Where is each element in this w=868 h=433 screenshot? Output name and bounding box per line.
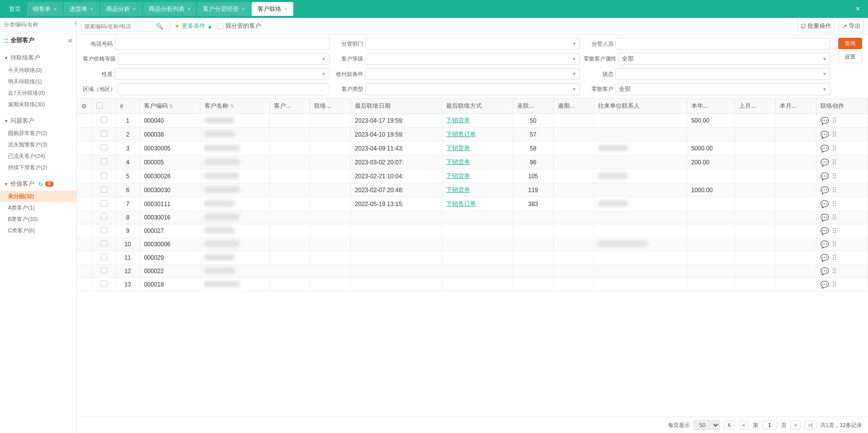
contact-method-link[interactable]: 下销货单 <box>446 144 470 151</box>
col-type[interactable]: 客户... <box>269 99 310 114</box>
more-action-icon[interactable]: ⠿ <box>832 240 837 248</box>
page-number-input[interactable] <box>762 421 777 430</box>
filter-region-dots[interactable]: ... <box>318 86 326 92</box>
contact-method-link[interactable]: 下销货单 <box>446 172 470 179</box>
more-conditions-button[interactable]: ▼ 更多条件 ▲ <box>174 22 213 30</box>
search-box-icon[interactable]: 🔍 <box>156 23 163 30</box>
chat-icon[interactable]: 💬 <box>820 227 829 235</box>
more-action-icon[interactable]: ⠿ <box>832 117 837 125</box>
row-checkbox-cell[interactable] <box>92 278 116 291</box>
gear-icon[interactable]: ⚙ <box>81 103 87 110</box>
prev-page-button[interactable]: < <box>738 421 748 430</box>
more-action-icon[interactable]: ⠿ <box>832 214 837 221</box>
tab-customer-contact[interactable]: 客户联络 × <box>252 2 293 16</box>
row-last-contact-method-cell[interactable] <box>442 265 513 278</box>
tab-product-analysis[interactable]: 商品分析 × <box>100 2 142 16</box>
chat-icon[interactable]: 💬 <box>820 200 829 208</box>
col-gear[interactable]: ⚙ <box>77 99 92 114</box>
chat-icon[interactable]: 💬 <box>820 172 829 180</box>
sidebar-item-churn-warning[interactable]: 流失预警客户(3) <box>0 139 76 150</box>
chat-icon[interactable]: 💬 <box>820 254 829 262</box>
filter-payment-select[interactable]: ▼ <box>365 68 580 80</box>
sidebar-item-today-pending[interactable]: 今天待联络(0) <box>0 65 76 76</box>
last-page-button[interactable]: >| <box>804 421 816 430</box>
col-last-contact-method[interactable]: 最后联络方式 <box>442 99 513 114</box>
home-tab[interactable]: 首页 <box>4 5 26 13</box>
chat-icon[interactable]: 💬 <box>820 158 829 166</box>
row-checkbox[interactable] <box>101 117 107 123</box>
row-last-contact-method-cell[interactable] <box>442 238 513 251</box>
chat-icon[interactable]: 💬 <box>820 214 829 221</box>
filter-nature-select[interactable]: ▼ <box>115 68 330 80</box>
filter-person-select[interactable]: ... <box>615 38 830 50</box>
col-code[interactable]: 客户编码 ⇅ <box>140 99 200 114</box>
col-last-contact-date[interactable]: 最后联络日期 <box>351 99 442 114</box>
col-company-contact[interactable]: 往来单位联系人 <box>594 99 687 114</box>
more-action-icon[interactable]: ⠿ <box>832 144 837 152</box>
chat-icon[interactable]: 💬 <box>820 131 829 139</box>
row-checkbox[interactable] <box>101 144 107 151</box>
chat-icon[interactable]: 💬 <box>820 281 829 289</box>
more-action-icon[interactable]: ⠿ <box>832 267 837 275</box>
row-checkbox-cell[interactable] <box>92 142 116 155</box>
row-last-contact-method-cell[interactable]: 下销货单 <box>442 142 513 155</box>
chat-icon[interactable]: 💬 <box>820 240 829 248</box>
row-checkbox-cell[interactable] <box>92 114 116 128</box>
sidebar-item-class-a[interactable]: A类客户(1) <box>0 202 76 214</box>
reset-button[interactable]: 设置 <box>838 51 862 63</box>
col-this-month[interactable]: 本月... <box>776 99 816 114</box>
row-checkbox-cell[interactable] <box>92 224 116 238</box>
sidebar-item-hoarding-abnormal[interactable]: 囤购异常客户(2) <box>0 128 76 139</box>
sidebar-item-tomorrow-pending[interactable]: 明天待联络(1) <box>0 76 76 87</box>
filter-price-level-select[interactable]: ▼ <box>118 53 330 65</box>
contact-method-link[interactable]: 下销货单 <box>446 158 470 165</box>
tab-purchase-order[interactable]: 进货单 × <box>64 2 99 16</box>
close-customer-segmentation-icon[interactable]: × <box>242 6 245 12</box>
filter-retail-attr-select[interactable]: 全部 ▼ <box>618 53 830 65</box>
filter-department-select[interactable]: ▼ <box>365 38 580 50</box>
row-checkbox-cell[interactable] <box>92 183 116 197</box>
col-checkbox[interactable] <box>92 99 116 114</box>
sidebar-item-class-b[interactable]: B类客户(33) <box>0 214 76 225</box>
contact-method-link[interactable]: 下销货单 <box>446 117 470 124</box>
export-button[interactable]: ↗ 导出 <box>839 20 864 32</box>
row-checkbox[interactable] <box>101 158 107 165</box>
row-checkbox[interactable] <box>101 214 107 220</box>
row-checkbox[interactable] <box>101 200 107 207</box>
more-action-icon[interactable]: ⠿ <box>832 254 837 262</box>
row-checkbox-cell[interactable] <box>92 238 116 251</box>
row-checkbox[interactable] <box>101 186 107 193</box>
more-action-icon[interactable]: ⠿ <box>832 172 837 180</box>
row-checkbox[interactable] <box>101 267 107 274</box>
row-checkbox-cell[interactable] <box>92 128 116 142</box>
col-contact[interactable]: 联络... <box>310 99 351 114</box>
row-last-contact-method-cell[interactable]: 下销货单 <box>442 183 513 197</box>
more-action-icon[interactable]: ⠿ <box>832 200 837 208</box>
chat-icon[interactable]: 💬 <box>820 267 829 275</box>
filter-customer-type-select[interactable]: ▼ <box>365 83 580 95</box>
filter-phone-input[interactable] <box>115 38 330 50</box>
row-checkbox[interactable] <box>101 254 107 260</box>
row-last-contact-method-cell[interactable]: 下销售订单 <box>442 197 513 211</box>
filter-region-select[interactable]: ... <box>118 83 330 95</box>
tab-sales-order[interactable]: 销售单 × <box>27 2 63 16</box>
row-checkbox-cell[interactable] <box>92 169 116 183</box>
col-days-no-contact[interactable]: 未联... <box>513 99 553 114</box>
sort-name-icon[interactable]: ⇅ <box>230 104 234 109</box>
sidebar-item-declining[interactable]: 持续下滑客户(2) <box>0 162 76 173</box>
row-checkbox[interactable] <box>101 227 107 233</box>
row-checkbox[interactable] <box>101 172 107 179</box>
chat-icon[interactable]: 💬 <box>820 144 829 152</box>
close-product-analysis-icon[interactable]: × <box>133 6 136 12</box>
row-checkbox[interactable] <box>101 281 107 287</box>
row-last-contact-method-cell[interactable] <box>442 251 513 265</box>
sidebar-item-overdue-pending[interactable]: 逾期未联络(30) <box>0 99 76 110</box>
contact-method-link[interactable]: 下销售订单 <box>446 200 476 207</box>
more-action-icon[interactable]: ⠿ <box>832 186 837 194</box>
col-last-month[interactable]: 上月... <box>735 99 776 114</box>
close-sales-order-icon[interactable]: × <box>54 6 57 12</box>
row-checkbox-cell[interactable] <box>92 197 116 211</box>
row-checkbox[interactable] <box>101 131 107 137</box>
collapse-sidebar-icon[interactable]: « <box>68 36 72 45</box>
sidebar-item-ungrouped[interactable]: 未分组(32) <box>0 191 76 202</box>
